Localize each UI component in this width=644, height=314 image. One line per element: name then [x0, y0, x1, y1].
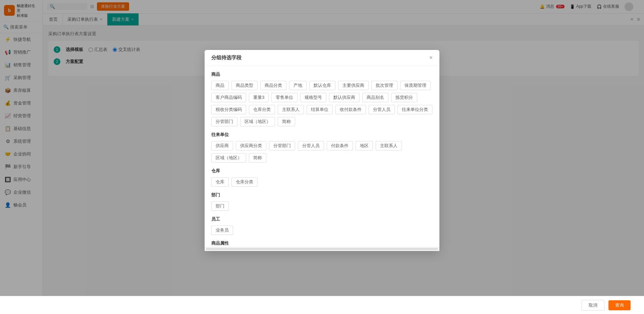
hscrollbar-track	[206, 248, 438, 250]
section-department: 部门 部门	[211, 192, 433, 211]
field-tag[interactable]: 分管部门	[269, 141, 295, 150]
field-tag[interactable]: 主要供应商	[338, 81, 369, 90]
section-employee-tags: 业务员	[211, 226, 433, 235]
footer-bar: 取消 查询	[0, 296, 644, 314]
field-tag[interactable]: 仓库	[211, 177, 229, 187]
modal-header: 分组待选字段 ×	[205, 50, 439, 66]
field-tag[interactable]: 分管人员	[298, 141, 324, 150]
field-tag[interactable]: 地区	[356, 141, 373, 150]
field-tag[interactable]: 往来单位分类	[397, 105, 432, 114]
field-tag[interactable]: 默认仓库	[309, 81, 335, 90]
section-partner-title: 往来单位	[211, 132, 433, 138]
field-tag[interactable]: 仓库分类	[249, 105, 275, 114]
field-tag[interactable]: 分管人员	[369, 105, 395, 114]
section-warehouse-title: 仓库	[211, 168, 433, 174]
field-tag[interactable]: 结算单位	[307, 105, 333, 114]
field-tag[interactable]: 仓库分类	[231, 177, 258, 187]
field-tag[interactable]: 商品	[211, 81, 229, 90]
cancel-button[interactable]: 取消	[582, 300, 604, 311]
field-tag[interactable]: 分管部门	[211, 117, 237, 126]
modal: 分组待选字段 × 商品 商品 商品类型 商品分类 产地 默认仓库 主要供应商 批…	[205, 50, 439, 251]
field-tag[interactable]: 客户商品编码	[211, 93, 246, 102]
field-tag[interactable]: 批次管理	[371, 81, 397, 90]
field-tag[interactable]: 付款条件	[327, 141, 353, 150]
field-tag[interactable]: 默认供应商	[329, 93, 360, 102]
section-product-title: 商品	[211, 71, 433, 77]
field-tag[interactable]: 区域（地区）	[240, 117, 275, 126]
field-tag[interactable]: 商品类型	[231, 81, 258, 90]
field-tag[interactable]: 零售单位	[271, 93, 298, 102]
field-tag[interactable]: 主联系人	[376, 141, 402, 150]
field-tag[interactable]: 产地	[289, 81, 307, 90]
section-product-attr: 商品属性 属性 颜色 多规格 尺码 鞋码 1	[211, 240, 433, 247]
field-tag[interactable]: 区域（地区）	[211, 153, 246, 163]
field-tag[interactable]: 主联系人	[278, 105, 304, 114]
section-product-attr-title: 商品属性	[211, 240, 433, 246]
section-warehouse: 仓库 仓库 仓库分类	[211, 168, 433, 187]
field-tag[interactable]: 部门	[211, 201, 229, 211]
modal-title: 分组待选字段	[211, 55, 241, 61]
field-tag[interactable]: 重量3	[249, 93, 269, 102]
section-partner-tags: 供应商 供应商分类 分管部门 分管人员 付款条件 地区 主联系人 区域（地区） …	[211, 141, 433, 163]
field-tag[interactable]: 税收分类编码	[211, 105, 246, 114]
field-tag[interactable]: 业务员	[211, 226, 233, 235]
field-tag[interactable]: 简称	[249, 153, 266, 163]
field-tag[interactable]: 简称	[278, 117, 295, 126]
modal-body[interactable]: 商品 商品 商品类型 商品分类 产地 默认仓库 主要供应商 批次管理 保质期管理…	[205, 66, 439, 247]
section-employee: 员工 业务员	[211, 216, 433, 235]
field-tag[interactable]: 供应商	[211, 141, 233, 150]
section-department-tags: 部门	[211, 201, 433, 211]
modal-hscrollbar[interactable]	[205, 247, 439, 251]
section-product-tags: 商品 商品类型 商品分类 产地 默认仓库 主要供应商 批次管理 保质期管理 客户…	[211, 81, 433, 126]
field-tag[interactable]: 商品别名	[362, 93, 388, 102]
section-employee-title: 员工	[211, 216, 433, 222]
section-partner: 往来单位 供应商 供应商分类 分管部门 分管人员 付款条件 地区 主联系人 区域…	[211, 132, 433, 163]
field-tag[interactable]: 供应商分类	[236, 141, 266, 150]
modal-overlay[interactable]: 分组待选字段 × 商品 商品 商品类型 商品分类 产地 默认仓库 主要供应商 批…	[0, 0, 644, 314]
section-department-title: 部门	[211, 192, 433, 198]
field-tag[interactable]: 商品分类	[260, 81, 286, 90]
modal-close-icon[interactable]: ×	[429, 55, 433, 61]
section-product: 商品 商品 商品类型 商品分类 产地 默认仓库 主要供应商 批次管理 保质期管理…	[211, 71, 433, 126]
field-tag[interactable]: 规格型号	[300, 93, 326, 102]
section-warehouse-tags: 仓库 仓库分类	[211, 177, 433, 187]
field-tag[interactable]: 保质期管理	[400, 81, 431, 90]
field-tag[interactable]: 收付款条件	[335, 105, 366, 114]
field-tag[interactable]: 拣货积分	[391, 93, 417, 102]
confirm-button[interactable]: 查询	[608, 300, 631, 310]
